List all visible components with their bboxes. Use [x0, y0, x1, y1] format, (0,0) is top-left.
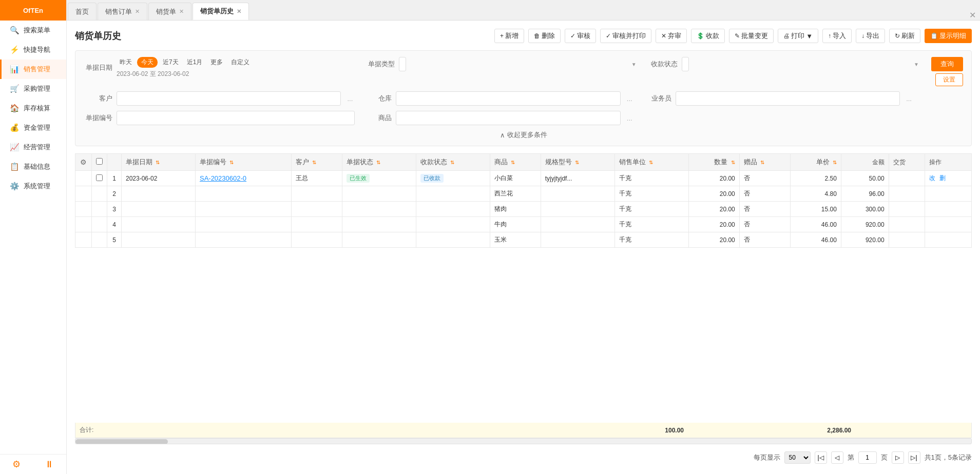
table-row: 5 玉米 千克 20.00 否 46.00 920.00	[75, 232, 972, 248]
date-1month-btn[interactable]: 近1月	[184, 57, 206, 68]
new-button[interactable]: + 新增	[494, 29, 524, 43]
date-more-btn[interactable]: 更多	[207, 57, 226, 68]
col-checkbox[interactable]	[92, 154, 107, 171]
customer-input[interactable]	[117, 91, 341, 106]
date-yesterday-btn[interactable]: 昨天	[117, 57, 135, 68]
collect-status-select[interactable]	[682, 57, 689, 71]
doc-no-input[interactable]	[117, 111, 355, 125]
col-sales-unit[interactable]: 销售单位 ⇅	[614, 154, 688, 171]
sidebar-item-operation-mgmt[interactable]: 📈 经营管理	[0, 137, 66, 157]
row-num: 4	[107, 217, 122, 232]
sidebar-item-sales-mgmt[interactable]: 📊 销售管理	[0, 60, 66, 79]
doc-no-link[interactable]: SA-20230602-0	[200, 174, 246, 182]
select-all-checkbox[interactable]	[96, 158, 103, 165]
sidebar-item-quick-nav[interactable]: ⚡ 快捷导航	[0, 40, 66, 60]
tab-sales-order-close[interactable]: ✕	[135, 8, 140, 15]
page-number-input[interactable]	[858, 451, 877, 464]
audit-print-button[interactable]: ✓ 审核并打印	[600, 29, 651, 43]
last-page-button[interactable]: ▷|	[908, 451, 920, 464]
scrollbar-thumb[interactable]	[75, 439, 168, 444]
batch-change-button[interactable]: ✎ 批量变更	[729, 29, 774, 43]
row-doc-date	[122, 202, 196, 217]
first-page-button[interactable]: |◁	[815, 451, 827, 464]
col-customer[interactable]: 客户 ⇅	[291, 154, 342, 171]
row-checkbox-cell[interactable]	[92, 171, 107, 186]
warehouse-dots[interactable]: ...	[625, 95, 635, 103]
tab-sales-delivery[interactable]: 销货单 ✕	[148, 3, 191, 20]
row-goods: 猪肉	[490, 202, 541, 217]
sidebar-item-purchase-mgmt[interactable]: 🛒 采购管理	[0, 79, 66, 98]
prev-page-button[interactable]: ◁	[831, 451, 843, 464]
row-checkbox-cell[interactable]	[92, 217, 107, 232]
next-page-button[interactable]: ▷	[892, 451, 904, 464]
customer-dots[interactable]: ...	[345, 95, 355, 103]
doc-type-select[interactable]	[399, 57, 406, 71]
sidebar-item-label: 系统管理	[24, 182, 50, 191]
sidebar-item-search-menu[interactable]: 🔍 搜索菜单	[0, 21, 66, 40]
salesman-dots[interactable]: ...	[904, 95, 914, 103]
column-settings-icon[interactable]: ⚙	[80, 158, 87, 166]
tab-sales-delivery-close[interactable]: ✕	[179, 8, 184, 15]
customer-label: 客户	[84, 94, 112, 103]
goods-input[interactable]	[396, 111, 620, 125]
horizontal-scrollbar[interactable]	[75, 438, 972, 444]
row-checkbox-cell[interactable]	[92, 186, 107, 202]
sidebar-pause-button[interactable]: ⏸	[45, 459, 54, 470]
goods-dots[interactable]: ...	[625, 114, 635, 122]
date-today-btn[interactable]: 今天	[137, 57, 158, 68]
collapse-button[interactable]: ∧ 收起更多条件	[84, 128, 963, 140]
sidebar-item-inventory[interactable]: 🏠 库存核算	[0, 98, 66, 118]
tab-sales-history[interactable]: 销货单历史 ✕	[193, 3, 249, 20]
col-gift[interactable]: 赠品 ⇅	[739, 154, 790, 171]
sidebar-gear-button[interactable]: ⚙	[12, 459, 21, 470]
col-goods[interactable]: 商品 ⇅	[490, 154, 541, 171]
sidebar-item-basic-info[interactable]: 📋 基础信息	[0, 157, 66, 176]
row-quantity: 20.00	[688, 232, 739, 248]
abandon-button[interactable]: ✕ 弃审	[656, 29, 687, 43]
delete-button[interactable]: 🗑 删除	[528, 29, 561, 43]
col-collect-status[interactable]: 收款状态 ⇅	[416, 154, 490, 171]
collect-button[interactable]: 💲 收款	[691, 29, 725, 43]
col-doc-date[interactable]: 单据日期 ⇅	[122, 154, 196, 171]
sidebar-item-finance-mgmt[interactable]: 💰 资金管理	[0, 118, 66, 137]
audit-button[interactable]: ✓ 审核	[565, 29, 596, 43]
col-doc-no[interactable]: 单据编号 ⇅	[195, 154, 291, 171]
goods-label: 商品	[363, 113, 392, 123]
tab-sales-history-close[interactable]: ✕	[237, 8, 241, 15]
date-7days-btn[interactable]: 近7天	[160, 57, 182, 68]
print-button[interactable]: 🖨 打印 ▼	[778, 29, 818, 43]
tab-home[interactable]: 首页	[68, 3, 97, 20]
show-detail-button[interactable]: 📋 显示明细	[925, 29, 972, 43]
row-checkbox-cell[interactable]	[92, 232, 107, 248]
refresh-button[interactable]: ↻ 刷新	[889, 29, 920, 43]
page-content: 销货单历史 + 新增 🗑 删除 ✓ 审核 ✓ 审核并打印	[67, 21, 980, 474]
close-all-tabs-button[interactable]: ✕	[969, 10, 976, 20]
import-button[interactable]: ↑ 导入	[822, 29, 852, 43]
edit-op-btn[interactable]: 改	[929, 174, 935, 182]
del-op-btn[interactable]: 删	[939, 174, 946, 182]
col-unit-price[interactable]: 单价 ⇅	[790, 154, 841, 171]
col-quantity[interactable]: 数量 ⇅	[688, 154, 739, 171]
col-spec-type[interactable]: 规格型号 ⇅	[541, 154, 614, 171]
collect-status-label: 收款状态	[649, 60, 678, 69]
col-doc-status[interactable]: 单据状态 ⇅	[342, 154, 416, 171]
sidebar-item-system-mgmt[interactable]: ⚙️ 系统管理	[0, 176, 66, 196]
row-doc-date: 2023-06-02	[122, 171, 196, 186]
row-customer	[291, 217, 342, 232]
query-button[interactable]: 查询	[931, 57, 963, 71]
per-page-select[interactable]: 50 100 200	[784, 451, 811, 464]
col-transaction: 交货	[889, 154, 925, 171]
settings-button[interactable]: 设置	[935, 73, 963, 86]
col-settings[interactable]: ⚙	[75, 154, 92, 171]
inventory-icon: 🏠	[10, 104, 20, 113]
warehouse-input[interactable]	[396, 91, 620, 106]
row-operation	[925, 202, 972, 217]
date-custom-btn[interactable]: 自定义	[228, 57, 253, 68]
export-button[interactable]: ↓ 导出	[856, 29, 885, 43]
row-checkbox[interactable]	[96, 174, 103, 181]
row-checkbox-cell[interactable]	[92, 202, 107, 217]
salesman-input[interactable]	[676, 91, 900, 106]
tab-sales-order[interactable]: 销售订单 ✕	[98, 3, 147, 20]
row-customer: 王总	[291, 171, 342, 186]
row-unit-price: 46.00	[790, 217, 841, 232]
